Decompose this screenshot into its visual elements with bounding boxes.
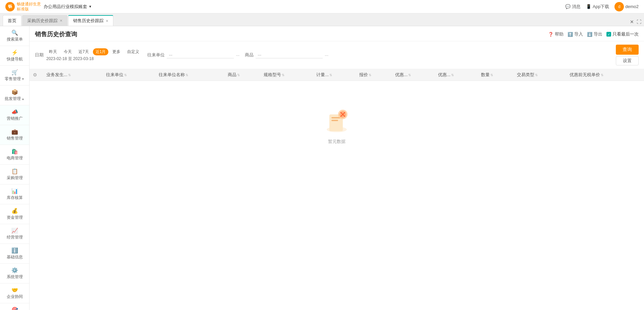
table-header-row: ⚙ 业务发生... ⇅ 往来单位 ⇅ (30, 69, 644, 81)
col-discount2-label: 优惠... (438, 72, 450, 78)
sidebar-item-purchase[interactable]: 📋 采购管理 (0, 165, 29, 185)
logo-icon: 畅 (5, 2, 15, 11)
sidebar-system-label: 系统管理 (7, 274, 23, 280)
sidebar-item-basic-info[interactable]: ℹ️ 基础信息 (0, 244, 29, 264)
col-price[interactable]: 报价 ⇅ (356, 69, 392, 81)
sidebar-ecommerce-label: 电商管理 (7, 155, 23, 161)
sort-unit-icon: ⇅ (329, 73, 332, 77)
col-business-date-label: 业务发生... (46, 72, 67, 78)
sidebar-item-system[interactable]: ⚙️ 系统管理 (0, 264, 29, 283)
col-spec[interactable]: 规格型号 ⇅ (260, 69, 313, 81)
tab-purchase-close-icon[interactable]: ✕ (60, 19, 62, 22)
sidebar-item-retail[interactable]: 🛒 零售管理 ▼ (0, 66, 29, 86)
tab-home[interactable]: 首页 (3, 15, 21, 26)
col-trade-type[interactable]: 交易类型 ⇅ (514, 69, 566, 81)
empty-text: 暂元数据 (328, 139, 345, 145)
only-last-checkbox[interactable]: ✓ 只看最后一次 (606, 31, 639, 37)
date-yesterday-btn[interactable]: 昨天 (46, 48, 60, 55)
sidebar-item-wholesale[interactable]: 📦 批发管理 ▲ (0, 86, 29, 105)
settings-button[interactable]: 设置 (616, 56, 639, 65)
help-button[interactable]: ❓ 帮助 (548, 31, 564, 37)
sort-pretax-price-icon: ⇅ (601, 73, 603, 77)
sort-price-icon: ⇅ (369, 73, 371, 77)
message-icon: 💬 (565, 4, 571, 9)
sidebar-item-finance[interactable]: 💰 资金管理 (0, 204, 29, 224)
col-discount2[interactable]: 优惠... ⇅ (435, 69, 478, 81)
date-today-btn[interactable]: 今天 (61, 48, 74, 55)
tab-sales-history[interactable]: 销售历史价跟踪 ✕ (68, 15, 113, 26)
tab-purchase-history[interactable]: 采购历史价跟踪 ✕ (22, 15, 67, 26)
ecommerce-icon: 🛍️ (11, 148, 18, 155)
enterprise-icon: 🤝 (11, 287, 18, 293)
date-last1m-btn[interactable]: 近1月 (93, 48, 109, 55)
col-unit[interactable]: 计量... ⇅ (313, 69, 356, 81)
partner-input[interactable] (167, 52, 234, 58)
partner-filter-field: 往来单位 ··· (147, 52, 239, 58)
sidebar-item-ecommerce[interactable]: 🛍️ 电商管理 (0, 145, 29, 165)
sort-discount2-icon: ⇅ (451, 73, 454, 77)
empty-icon (323, 108, 350, 135)
filter-bar: 日期 昨天 今天 近7天 近1月 更多 自定义 2023-02-18 至 202… (30, 41, 644, 69)
col-partner-name[interactable]: 往来单位名称 ⇅ (155, 69, 225, 81)
retail-icon: 🛒 (11, 69, 18, 75)
wholesale-icon: 📦 (11, 89, 18, 95)
sidebar-purchase-label: 采购管理 (7, 175, 23, 181)
sidebar-basic-info-label: 基础信息 (7, 254, 23, 260)
col-discount1[interactable]: 优惠... ⇅ (392, 69, 435, 81)
tab-sales-close-icon[interactable]: ✕ (106, 19, 108, 23)
col-business-date[interactable]: 业务发生... ⇅ (43, 69, 103, 81)
import-button[interactable]: ⬆️ 导入 (568, 31, 583, 37)
header-actions: ❓ 帮助 ⬆️ 导入 ⬇️ 导出 ✓ 只看最后一次 (548, 31, 639, 37)
app-download-icon: 📱 (586, 4, 591, 9)
export-label: 导出 (594, 31, 602, 37)
col-quantity[interactable]: 数量 ⇅ (478, 69, 514, 81)
quick-nav-icon: ⚡ (11, 49, 18, 56)
gear-settings-icon[interactable]: ⚙ (33, 72, 37, 78)
col-partner-code[interactable]: 往来单位 ⇅ (103, 69, 155, 81)
goods-input[interactable] (256, 52, 323, 58)
sidebar-item-guide[interactable]: 🎯 新手引导 (0, 303, 29, 310)
user-name: demo2 (625, 4, 639, 9)
tab-sales-label: 销售历史价跟踪 (73, 18, 104, 24)
col-unit-label: 计量... (316, 72, 329, 78)
sidebar-item-operations[interactable]: 📈 经营管理 (0, 224, 29, 244)
col-pretax-price[interactable]: 优惠前无税单价 ⇅ (566, 69, 644, 81)
date-custom-btn[interactable]: 自定义 (124, 48, 142, 55)
tab-close-all-icon[interactable]: ✕ (630, 19, 634, 24)
top-bar-right: 💬 消息 📱 App下载 d demo2 (565, 2, 639, 11)
sidebar-item-quick-nav[interactable]: ⚡ 快捷导航 (0, 46, 29, 66)
query-button[interactable]: 查询 (616, 45, 639, 55)
system-icon: ⚙️ (11, 267, 18, 273)
tab-home-label: 首页 (8, 18, 16, 24)
sidebar-item-enterprise[interactable]: 🤝 企业协同 (0, 283, 29, 303)
date-more-btn[interactable]: 更多 (110, 48, 123, 55)
workspace-selector[interactable]: 办公用品行业模拟账套 ▼ (44, 4, 92, 10)
sidebar-operations-label: 经营管理 (7, 235, 23, 240)
tab-expand-icon[interactable]: ⛶ (637, 19, 641, 24)
col-gear: ⚙ (30, 69, 43, 81)
only-last-label: 只看最后一次 (612, 31, 639, 37)
workspace-name: 办公用品行业模拟账套 (44, 4, 87, 10)
col-discount1-label: 优惠... (395, 72, 408, 78)
sort-business-date-icon: ⇅ (68, 73, 71, 77)
export-button[interactable]: ⬇️ 导出 (587, 31, 602, 37)
basic-info-icon: ℹ️ (11, 247, 18, 254)
sidebar-item-sales-mgmt[interactable]: 💼 销售管理 (0, 125, 29, 145)
empty-state: 暂元数据 (30, 81, 644, 171)
table-container: ⚙ 业务发生... ⇅ 往来单位 ⇅ (30, 69, 644, 310)
app-download-action[interactable]: 📱 App下载 (586, 4, 609, 10)
col-goods-label: 商品 (228, 72, 236, 78)
col-goods[interactable]: 商品 ⇅ (224, 69, 260, 81)
sidebar-item-marketing[interactable]: 📣 营销推广 (0, 105, 29, 125)
help-label: 帮助 (555, 31, 564, 37)
sort-partner-name-icon: ⇅ (185, 73, 188, 77)
date-options: 昨天 今天 近7天 近1月 更多 自定义 (46, 48, 142, 55)
partner-search-icon[interactable]: ··· (236, 53, 239, 58)
goods-search-icon[interactable]: ··· (325, 53, 328, 58)
message-action[interactable]: 💬 消息 (565, 4, 581, 10)
sidebar-item-search[interactable]: 🔍 搜索菜单 (0, 26, 29, 46)
guide-icon: 🎯 (11, 307, 18, 310)
date-last7-btn[interactable]: 近7天 (76, 48, 92, 55)
user-action[interactable]: d demo2 (614, 2, 639, 11)
sidebar-item-inventory[interactable]: 📊 库存核算 (0, 185, 29, 204)
